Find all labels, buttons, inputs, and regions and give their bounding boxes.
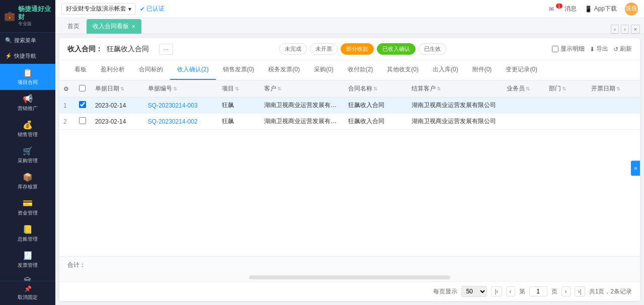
sidebar-item-project-contract[interactable]: 📋项目合同	[0, 64, 55, 90]
td-department	[545, 97, 587, 114]
td-salesperson	[503, 114, 545, 130]
content-tab-收付款(2)[interactable]: 收付款(2)	[341, 60, 380, 80]
general-ledger-label: 总账管理	[18, 236, 38, 243]
th-sort-contract[interactable]: 合同名称⇅	[348, 84, 404, 93]
app-name: 畅捷通好业财	[18, 5, 51, 21]
th-sort-settle_customer[interactable]: 结算客户⇅	[412, 84, 499, 93]
page-subtitle: 狂飙收入合同	[107, 45, 149, 54]
refresh-btn[interactable]: ↺ 刷新	[613, 45, 632, 53]
sidebar-nav: 📋项目合同📢营销推广💰销售管理🛒采购管理📦库存核算💳资金管理📒总账管理🧾发票管理…	[0, 64, 55, 281]
th-number: 单据编号⇅	[144, 80, 218, 97]
page-prev-btn[interactable]: ‹	[506, 286, 515, 296]
per-page-label: 每页显示	[433, 287, 457, 296]
th-sort-number[interactable]: 单据编号⇅	[148, 84, 214, 93]
content-tab-看板[interactable]: 看板	[67, 60, 94, 80]
sidebar-item-purchase[interactable]: 🛒采购管理	[0, 142, 55, 168]
td-project: 狂飙	[218, 114, 260, 130]
select-all-checkbox[interactable]	[79, 85, 86, 91]
content-tab-收入确认(2)[interactable]: 收入确认(2)	[170, 60, 216, 80]
sidebar-item-inventory[interactable]: 📦库存核算	[0, 168, 55, 194]
td-number[interactable]: SQ-20230214-003	[144, 97, 218, 114]
th-sort-customer[interactable]: 客户⇅	[264, 84, 341, 93]
tab-close-icon[interactable]: ×	[132, 23, 135, 30]
sidebar-item-unpin[interactable]: 📌 取消固定	[0, 281, 55, 305]
content-tab-税务发票(0)[interactable]: 税务发票(0)	[261, 60, 307, 80]
th-sort-salesperson[interactable]: 业务员⇅	[507, 84, 541, 93]
message-btn[interactable]: ✉ 1 消息	[549, 5, 577, 13]
detail-checkbox-input[interactable]	[552, 46, 558, 52]
status-btn-已收入确认[interactable]: 已收入确认	[377, 43, 416, 55]
sidebar-item-general-ledger[interactable]: 📒总账管理	[0, 221, 55, 247]
content-tab-附件(0)[interactable]: 附件(0)	[465, 60, 499, 80]
td-contract: 狂飙收入合同	[344, 114, 408, 130]
scrollbar-row	[59, 273, 640, 281]
content-tab-合同标的[interactable]: 合同标的	[132, 60, 170, 80]
page-first-btn[interactable]: |‹	[491, 286, 502, 296]
table-footer: 合计：	[59, 256, 640, 273]
content-tab-销售发票(0)[interactable]: 销售发票(0)	[216, 60, 262, 80]
topbar: 好业财专业版演示帐套 ▾ ✔ 已认证 ✉ 1 消息 📱 App下载 珠珠	[55, 0, 644, 18]
page-input[interactable]	[529, 286, 547, 296]
app-download-btn[interactable]: 📱 App下载	[585, 5, 617, 13]
display-detail-checkbox[interactable]: 显示明细	[552, 45, 585, 53]
purchase-icon: 🛒	[23, 146, 33, 156]
status-btn-已生效[interactable]: 已生效	[419, 43, 446, 55]
settings-icon[interactable]: ⚙	[63, 85, 69, 92]
th-sort-date[interactable]: 单据日期⇅	[95, 84, 140, 93]
sidebar-item-finance[interactable]: 💳资金管理	[0, 194, 55, 221]
th-check[interactable]	[75, 80, 91, 97]
status-btn-未完成[interactable]: 未完成	[279, 43, 307, 55]
right-panel-btn[interactable]: ≡	[631, 161, 640, 176]
th-settle_customer: 结算客户⇅	[408, 80, 503, 97]
sidebar-item-invoice[interactable]: 🧾发票管理	[0, 247, 55, 273]
content-tab-采购(0)[interactable]: 采购(0)	[307, 60, 341, 80]
quick-nav[interactable]: ⚡ 快捷导航	[0, 48, 55, 64]
row-number-link[interactable]: SQ-20230214-003	[148, 102, 198, 109]
home-tab[interactable]: 首页	[61, 19, 86, 34]
pin-icon: 📌	[24, 285, 32, 292]
company-selector[interactable]: 好业财专业版演示帐套 ▾	[61, 3, 136, 15]
more-btn[interactable]: ···	[159, 44, 173, 55]
th-salesperson: 业务员⇅	[503, 80, 545, 97]
tab-nav-prev[interactable]: ‹	[611, 25, 619, 34]
row-checkbox[interactable]	[79, 117, 86, 124]
content-tab-盈利分析[interactable]: 盈利分析	[94, 60, 132, 80]
tab-nav-next[interactable]: ›	[621, 25, 629, 34]
sidebar-item-marketing[interactable]: 📢营销推广	[0, 90, 55, 116]
td-check[interactable]	[75, 114, 91, 130]
verified-icon: ✔	[140, 6, 145, 13]
td-date: 2023-02-14	[91, 114, 144, 130]
sidebar: 💼 畅捷通好业财 专业版 🔍 搜索菜单 ⚡ 快捷导航 📋项目合同📢营销推广💰销售…	[0, 0, 55, 305]
td-open_date	[587, 114, 640, 130]
tab-nav-close[interactable]: ×	[631, 25, 640, 34]
export-label: 导出	[596, 45, 608, 53]
active-tab[interactable]: 收入合同看板 ×	[87, 19, 141, 34]
th-sort-department[interactable]: 部门⇅	[549, 84, 583, 93]
page-last-btn[interactable]: ›|	[575, 286, 585, 296]
status-btn-部分收款[interactable]: 部分收款	[341, 43, 374, 55]
content-tab-出入库(0)[interactable]: 出入库(0)	[426, 60, 465, 80]
td-check[interactable]	[75, 97, 91, 114]
content-tab-其他收支(0)[interactable]: 其他收支(0)	[380, 60, 426, 80]
user-avatar[interactable]: 珠珠	[625, 3, 638, 16]
search-menu[interactable]: 🔍 搜索菜单	[0, 33, 55, 48]
page-next-btn[interactable]: ›	[561, 286, 571, 296]
th-settings[interactable]: ⚙	[59, 80, 75, 97]
td-settings: 1	[59, 97, 75, 114]
td-number[interactable]: SQ-20230214-002	[144, 114, 218, 130]
th-sort-open_date[interactable]: 开票日期⇅	[591, 84, 636, 93]
table-row[interactable]: 22023-02-14SQ-20230214-002狂飙湖南卫视商业运营发展有限…	[59, 114, 640, 130]
export-btn[interactable]: ⬇ 导出	[590, 45, 608, 53]
status-btn-未开票[interactable]: 未开票	[310, 43, 338, 55]
th-sort-project[interactable]: 项目⇅	[222, 84, 256, 93]
row-number-link[interactable]: SQ-20230214-002	[148, 118, 198, 125]
status-buttons: 未完成未开票部分收款已收入确认已生效	[279, 43, 446, 55]
td-date: 2023-02-14	[91, 97, 144, 114]
sidebar-item-tax[interactable]: 🏛税务管理	[0, 273, 55, 281]
fake-scrollbar[interactable]	[249, 275, 450, 279]
content-tab-变更记录(0)[interactable]: 变更记录(0)	[499, 60, 544, 80]
sidebar-item-sales[interactable]: 💰销售管理	[0, 116, 55, 142]
per-page-select[interactable]: 2050100200	[461, 286, 487, 297]
row-checkbox[interactable]	[79, 101, 86, 108]
table-row[interactable]: 12023-02-14SQ-20230214-003狂飙湖南卫视商业运营发展有限…	[59, 97, 640, 114]
